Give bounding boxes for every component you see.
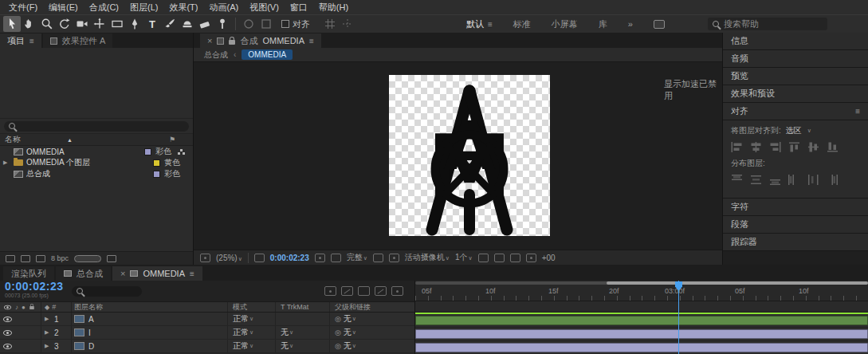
close-icon[interactable]: × (207, 36, 212, 45)
panel-paragraph[interactable]: 段落 (723, 216, 868, 234)
menu-composition[interactable]: 合成(C) (84, 2, 124, 14)
panel-audio[interactable]: 音频 (723, 50, 868, 68)
parent-select[interactable]: 无 (344, 327, 352, 338)
eye-icon[interactable] (3, 330, 12, 336)
tab-effect-controls[interactable]: 效果控件 A (43, 33, 112, 48)
expander-icon[interactable]: ▶ (3, 159, 10, 166)
align-left-icon[interactable] (731, 142, 743, 154)
interpret-footage-icon[interactable] (6, 255, 15, 262)
panel-tracker[interactable]: 跟踪器 (723, 234, 868, 251)
align-h-center-icon[interactable] (750, 142, 762, 154)
rectangle-tool-icon[interactable] (108, 16, 126, 32)
zoom-tool-icon[interactable] (38, 16, 56, 32)
mode-column-header[interactable]: 模式 (228, 302, 276, 312)
eye-icon[interactable] (3, 317, 12, 322)
expander-icon[interactable]: ▶ (45, 329, 52, 336)
workspace-overflow-button[interactable]: » (628, 19, 633, 29)
flowchart-icon[interactable] (526, 254, 536, 262)
parent-select[interactable]: 无 (344, 340, 352, 352)
layer-row[interactable]: ▶1 A 正常∨ ◎无∨ (0, 313, 414, 326)
distribute-v-center-icon[interactable] (750, 175, 762, 187)
parent-select[interactable]: 无 (344, 313, 352, 324)
parent-link-column-header[interactable]: 父级和链接 (330, 302, 414, 312)
composition-mini-flowchart-icon[interactable] (324, 286, 336, 296)
trkmat-select[interactable]: 无 (281, 340, 289, 352)
trkmat-select[interactable]: 无 (281, 327, 289, 338)
draft-3d-icon[interactable] (341, 286, 353, 296)
selection-tool-icon[interactable] (3, 16, 21, 32)
timeline-track-area[interactable]: 05f 10f 15f 20f 03:00f 05f 10f (414, 281, 868, 354)
label-color-swatch[interactable] (144, 148, 151, 155)
exposure-value[interactable]: +00 (542, 254, 556, 262)
show-channel-icon[interactable] (331, 254, 341, 262)
tab-render-queue[interactable]: 渲染队列 (3, 266, 54, 281)
grid-guides-icon[interactable] (254, 254, 265, 262)
panel-align[interactable]: 对齐≡ (723, 103, 868, 120)
menu-window[interactable]: 窗口 (285, 2, 313, 14)
panel-menu-icon[interactable]: ≡ (855, 107, 860, 116)
workspace-default[interactable]: 默认≡ (466, 18, 493, 30)
workspace-small-screen[interactable]: 小屏幕 (552, 18, 578, 30)
hand-tool-icon[interactable] (21, 16, 38, 32)
transparency-grid-icon[interactable] (389, 254, 399, 262)
clone-stamp-tool-icon[interactable] (179, 16, 196, 32)
fast-previews-icon[interactable] (494, 254, 505, 262)
layer-name-column-header[interactable]: 图层名称 (72, 302, 228, 312)
align-bottom-icon[interactable] (827, 142, 839, 154)
track-row[interactable] (415, 328, 868, 341)
help-search-field[interactable]: 搜索帮助 (708, 18, 827, 30)
project-flowchart-pill[interactable] (74, 255, 101, 262)
snapshot-camera-icon[interactable] (315, 254, 325, 262)
panel-info[interactable]: 信息 (723, 33, 868, 50)
current-timecode[interactable]: 0:00:02:23 (5, 282, 64, 291)
distribute-h-center-icon[interactable] (807, 175, 819, 187)
name-column-header[interactable]: 名称 (5, 134, 21, 145)
new-folder-icon[interactable] (21, 255, 30, 262)
layer-row[interactable]: ▶3 D 正常∨ 无∨ ◎无∨ (0, 340, 414, 353)
magnification-icon[interactable] (200, 254, 210, 262)
pickwhip-icon[interactable]: ◎ (335, 328, 341, 336)
expander-icon[interactable]: ▶ (45, 316, 52, 322)
project-row[interactable]: 总合成 彩色 (0, 168, 193, 179)
menu-edit[interactable]: 编辑(E) (43, 2, 84, 14)
menu-layer[interactable]: 图层(L) (124, 2, 163, 14)
panel-preview[interactable]: 预览 (723, 68, 868, 85)
close-icon[interactable]: × (120, 269, 125, 278)
puppet-pin-tool-icon[interactable] (214, 16, 231, 32)
layer-name[interactable]: D (88, 342, 94, 351)
layer-duration-bar[interactable] (415, 316, 868, 325)
breadcrumb-parent-comp[interactable]: 总合成 (204, 49, 228, 61)
eraser-tool-icon[interactable] (196, 16, 214, 32)
panel-character[interactable]: 字符 (723, 199, 868, 216)
align-top-icon[interactable] (788, 142, 800, 154)
distribute-right-icon[interactable] (827, 175, 839, 187)
time-ruler[interactable]: 05f 10f 15f 20f 03:00f 05f 10f (415, 281, 868, 301)
rotation-tool-icon[interactable] (56, 16, 73, 32)
brush-tool-icon[interactable] (161, 16, 179, 32)
project-list-header[interactable]: 名称 ▲ ⚑ (0, 134, 193, 146)
project-bit-depth[interactable]: 8 bpc (51, 254, 69, 262)
panel-effects-presets[interactable]: 效果和预设 (723, 85, 868, 103)
region-of-interest-icon[interactable] (373, 254, 383, 262)
menu-effect[interactable]: 效果(T) (163, 2, 203, 14)
menu-help[interactable]: 帮助(H) (313, 2, 354, 14)
tab-composition[interactable]: × 合成 OMMEDIA ≡ (200, 33, 321, 48)
menu-file[interactable]: 文件(F) (3, 2, 43, 14)
tab-project[interactable]: 项目≡ (0, 33, 41, 48)
breadcrumb-current-comp[interactable]: OMMEDIA (242, 49, 293, 60)
motion-blur-icon[interactable] (391, 286, 403, 296)
menu-view[interactable]: 视图(V) (244, 2, 285, 14)
workspace-standard[interactable]: 标准 (513, 18, 531, 30)
eye-icon[interactable] (3, 344, 12, 349)
snap-align-checkbox[interactable] (281, 20, 289, 28)
panel-menu-icon[interactable]: ≡ (309, 37, 314, 45)
frame-blending-icon[interactable] (375, 286, 387, 296)
panel-menu-icon[interactable]: ≡ (190, 269, 194, 278)
playhead[interactable] (678, 281, 679, 354)
distribute-top-icon[interactable] (731, 175, 743, 187)
tab-main-comp[interactable]: 总合成 (56, 266, 111, 281)
trkmat-column-header[interactable]: T TrkMat (276, 302, 330, 312)
view-layout-select[interactable]: 1个∨ (455, 252, 473, 263)
pixel-aspect-icon[interactable] (478, 254, 489, 262)
timeline-search-input[interactable] (72, 286, 142, 297)
